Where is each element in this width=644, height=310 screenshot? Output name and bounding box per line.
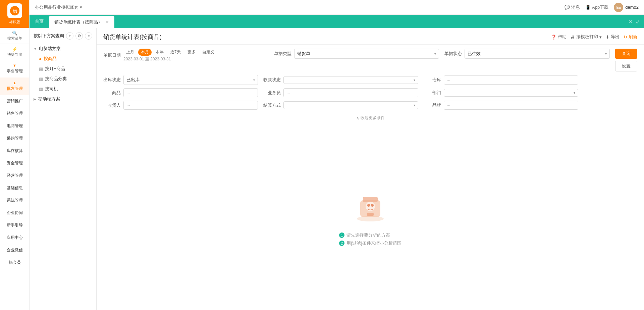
- sidebar-item-guide[interactable]: 新手引导: [0, 219, 29, 231]
- app-download-btn[interactable]: 📱 App下载: [585, 4, 608, 10]
- export-label: 导出: [611, 34, 620, 40]
- message-btn[interactable]: 💬 消息: [565, 4, 580, 10]
- date-tab-this-month[interactable]: 本月: [138, 49, 152, 56]
- warehouse-status-label: 出库状态: [103, 77, 121, 83]
- warehouse-status-select[interactable]: 已出库 ▾: [123, 75, 258, 85]
- tree-child-by-month-product[interactable]: ▦ 按月+商品: [35, 64, 96, 74]
- add-scheme-btn[interactable]: +: [66, 32, 73, 40]
- collection-status-label: 收款状态: [263, 77, 281, 83]
- tree-child-by-cashier[interactable]: ▦ 按司机: [35, 84, 96, 94]
- export-btn[interactable]: ⬇ 导出: [606, 34, 620, 40]
- sidebar-item-sales[interactable]: 销售管理: [0, 107, 29, 120]
- sidebar-item-corp[interactable]: 企业协同: [0, 207, 29, 219]
- salesperson-select[interactable]: ···: [283, 88, 418, 97]
- svg-text:畅: 畅: [12, 8, 17, 13]
- export-icon: ⬇: [606, 35, 609, 40]
- tree-group-mobile[interactable]: ▶ 移动端方案: [30, 94, 96, 104]
- payment-select[interactable]: ▾: [283, 101, 418, 109]
- sidebar-item-wholesale[interactable]: ▲ 批发管理: [0, 78, 29, 95]
- empty-text-line1: 1 请先选择要分析的方案: [339, 232, 401, 238]
- date-tab-more[interactable]: 更多: [185, 49, 198, 56]
- dept-select[interactable]: ▾: [444, 89, 578, 97]
- settings-scheme-btn[interactable]: ⚙: [75, 32, 83, 40]
- sidebar-item-finance[interactable]: 资金管理: [0, 157, 29, 169]
- app-selector[interactable]: 办公用品行业模拟账套 ▾: [35, 4, 82, 10]
- sidebar-item-system-label: 系统管理: [7, 198, 23, 203]
- receiver-dots: ···: [126, 103, 130, 108]
- page-header-actions: ❓ 帮助 🖨 按模板打印 ▾ ⬇ 导出 ↻ 刷新: [551, 34, 637, 40]
- empty-num-1: 1: [339, 232, 344, 238]
- collapse-panel-btn[interactable]: «: [85, 32, 92, 40]
- collection-status-arrow: ▾: [414, 78, 415, 82]
- filter-row-3: 商品 ··· 业务员 ··· 部门: [103, 88, 637, 97]
- sidebar-item-marketing[interactable]: 营销推广: [0, 95, 29, 107]
- sidebar-item-basic[interactable]: 基础信息: [0, 182, 29, 194]
- sidebar-item-finance-label: 资金管理: [7, 160, 23, 166]
- help-label: 帮助: [558, 34, 567, 40]
- collection-status-select[interactable]: ▾: [283, 76, 418, 84]
- sidebar-item-operation[interactable]: 经营管理: [0, 169, 29, 182]
- sidebar-item-member[interactable]: 畅会员: [0, 256, 29, 269]
- warehouse-status-filter: 出库状态 已出库 ▾: [103, 75, 258, 85]
- tab-close-all-btn[interactable]: ✕: [629, 18, 633, 25]
- sidebar-item-purchase[interactable]: 采购管理: [0, 132, 29, 145]
- dept-arrow: ▾: [574, 91, 575, 95]
- tab-sales-report-label: 销货单统计表（按商品）: [54, 19, 102, 25]
- tab-sales-report[interactable]: 销货单统计表（按商品） ✕: [49, 16, 114, 28]
- brand-dots: ···: [447, 103, 450, 108]
- print-icon: 🖨: [571, 35, 575, 40]
- sidebar-item-wholesale-label: 批发管理: [7, 86, 23, 92]
- panel-tree: ▼ 电脑端方案 ● 按商品 ▦ 按月+商品 ▦ 按商品分类: [30, 42, 96, 105]
- sidebar-logo[interactable]: 畅 办公用品行业模拟账套 标账版: [0, 0, 29, 28]
- warehouse-status-value: 已出库: [126, 77, 140, 83]
- tab-expand-btn[interactable]: ⤢: [636, 18, 640, 25]
- svg-rect-4: [363, 197, 378, 202]
- tree-group-mobile-label: 移动端方案: [38, 96, 60, 102]
- query-button[interactable]: 查询: [615, 49, 637, 59]
- warehouse-status-arrow: ▾: [253, 78, 255, 82]
- top-bar-right: 💬 消息 📱 App下载 Ea demo2: [565, 3, 639, 12]
- sidebar-item-system[interactable]: 系统管理: [0, 194, 29, 207]
- date-tab-7days[interactable]: 近7天: [168, 49, 183, 56]
- date-filter: 单据日期 上月 本月 本年 近7天 更多 自定义 2023-03-01 至 20…: [103, 49, 269, 62]
- sidebar-item-wechat[interactable]: 企业微信: [0, 244, 29, 256]
- payment-arrow: ▾: [414, 103, 415, 107]
- print-label: 按模板打印: [576, 34, 598, 40]
- date-tab-this-year[interactable]: 本年: [153, 49, 166, 56]
- doc-status-select[interactable]: 已生效 ▾: [465, 49, 610, 59]
- sidebar-item-inventory[interactable]: 库存核算: [0, 145, 29, 157]
- sidebar-item-basic-label: 基础信息: [7, 185, 23, 191]
- tree-child-by-product[interactable]: ● 按商品: [35, 54, 96, 64]
- receiver-select[interactable]: ···: [123, 101, 258, 110]
- salesperson-filter: 业务员 ···: [263, 88, 418, 97]
- settings-button[interactable]: 设置: [615, 61, 637, 71]
- brand-select[interactable]: ···: [444, 101, 578, 110]
- refresh-btn[interactable]: ↻ 刷新: [624, 34, 637, 40]
- collapse-bar[interactable]: ∧ 收起更多条件: [103, 113, 637, 123]
- sidebar-item-app[interactable]: 应用中心: [0, 231, 29, 244]
- tree-arrow-pc: ▼: [34, 47, 37, 51]
- tree-child-by-category[interactable]: ▦ 按商品分类: [35, 74, 96, 84]
- sidebar-item-ecom-label: 电商管理: [7, 123, 23, 129]
- sidebar-item-retail[interactable]: ▼ 零售管理: [0, 60, 29, 78]
- print-btn[interactable]: 🖨 按模板打印 ▾: [571, 34, 602, 40]
- doc-type-select[interactable]: 销货单 ▾: [294, 49, 439, 59]
- quick-nav-btn[interactable]: ⚡ 快捷导航: [0, 44, 29, 60]
- tab-home[interactable]: 首页: [30, 15, 49, 28]
- tab-close-icon[interactable]: ✕: [106, 20, 109, 24]
- empty-illustration: [350, 187, 390, 228]
- goods-select[interactable]: ···: [123, 88, 258, 97]
- user-area[interactable]: Ea demo2: [614, 3, 639, 12]
- sidebar-item-ecom[interactable]: 电商管理: [0, 120, 29, 132]
- app-download-label: App下载: [592, 4, 608, 10]
- sidebar-search-btn[interactable]: 🔍 搜索菜单: [0, 28, 29, 44]
- collapse-icon: «: [88, 34, 90, 38]
- sidebar-item-corp-label: 企业协同: [7, 210, 23, 216]
- date-tab-prev-month[interactable]: 上月: [123, 49, 137, 56]
- tree-group-pc[interactable]: ▼ 电脑端方案: [30, 44, 96, 54]
- help-btn[interactable]: ❓ 帮助: [551, 34, 567, 40]
- date-tab-custom[interactable]: 自定义: [200, 49, 217, 56]
- sidebar-item-purchase-label: 采购管理: [7, 136, 23, 141]
- warehouse-select[interactable]: ···: [444, 75, 578, 85]
- warehouse-filter: 仓库 ···: [424, 75, 578, 85]
